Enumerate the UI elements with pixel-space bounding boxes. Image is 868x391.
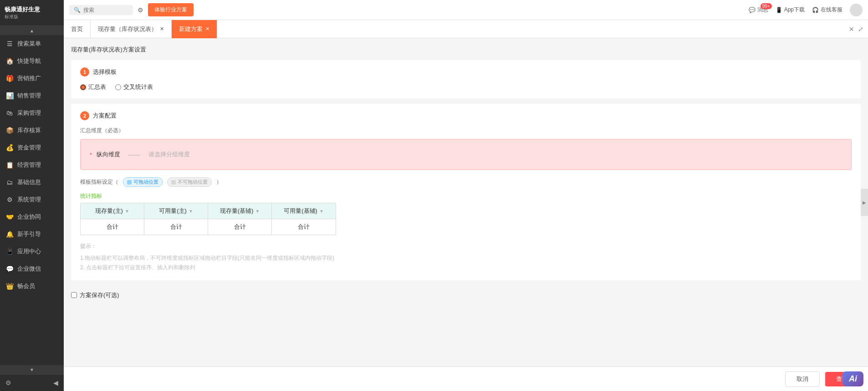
search-input[interactable] [83, 7, 120, 13]
sidebar-item-label: 企业协同 [17, 213, 41, 221]
draggable-dot [127, 180, 132, 185]
save-option: 方案保存(可选) [71, 286, 861, 305]
app-download-button[interactable]: 📱 App下载 [776, 6, 805, 14]
sidebar-item-new-guide[interactable]: 🔔 新手引导 [0, 226, 64, 243]
sidebar-item-system[interactable]: ⚙ 系统管理 [0, 191, 64, 208]
sidebar-item-app-center[interactable]: 📱 应用中心 [0, 243, 64, 260]
sidebar-scroll-down[interactable]: ▼ [0, 365, 64, 374]
ai-badge[interactable]: Ai [842, 371, 863, 386]
stats-cell-0: 合计 [81, 219, 144, 235]
chevron-down-icon-2[interactable]: ▼ [255, 209, 260, 214]
stats-body-col-1: 合计 [144, 219, 208, 235]
collapse-icon[interactable]: ◀ [53, 379, 58, 386]
dimension-config-label: 汇总维度（必选） [80, 127, 852, 134]
chevron-down-icon-1[interactable]: ▼ [189, 209, 193, 214]
radio-summary-input[interactable] [80, 84, 86, 90]
draggable-label: 可拖动位置 [133, 179, 158, 185]
save-checkbox[interactable] [71, 292, 77, 298]
sidebar-item-search-menu[interactable]: ☰ 搜索菜单 [0, 35, 64, 52]
right-panel-toggle[interactable]: ▶ [861, 189, 868, 216]
radio-summary[interactable]: 汇总表 [80, 83, 106, 91]
tab-new-plan-label: 新建方案 [179, 25, 203, 33]
dimension-box: * 纵向维度 —— 请选择分组维度 [80, 139, 852, 170]
online-service-button[interactable]: 🎧 在线客服 [812, 6, 842, 14]
col-header-label-3: 可用量(基辅) [284, 207, 317, 215]
settings-icon[interactable]: ⚙ [5, 379, 11, 386]
step1-title: 选择模板 [93, 68, 117, 76]
user-avatar[interactable] [850, 4, 863, 16]
stats-cell-2: 合计 [208, 219, 271, 235]
stats-body-col-0: 合计 [81, 219, 144, 235]
step2-label: 2 方案配置 [80, 111, 852, 120]
gear-icon: ⚙ [5, 196, 14, 203]
chevron-down-icon-3[interactable]: ▼ [319, 209, 324, 214]
sidebar-scroll-up[interactable]: ▲ [0, 26, 64, 35]
tab-area-icons: ✕ ⤢ [849, 26, 868, 33]
col-header-label-2: 现存量(基辅) [220, 207, 254, 215]
sidebar-item-label: 企业微信 [17, 265, 41, 273]
stats-col-header-0: 现存量(主) ▼ [81, 203, 144, 219]
clipboard-icon: 📋 [5, 161, 14, 169]
sidebar-item-basic-info[interactable]: 🗂 基础信息 [0, 174, 64, 191]
sidebar-item-label: 新手引导 [17, 230, 41, 238]
tab-inventory-status[interactable]: 现存量（库存状况表） ✕ [91, 20, 172, 38]
topbar-right: 💬 消息 99+ 📱 App下载 🎧 在线客服 [749, 4, 863, 16]
tab-new-plan[interactable]: 新建方案 ✕ [172, 20, 217, 38]
bag-icon: 🛍 [5, 109, 14, 117]
chevron-down-icon-0[interactable]: ▼ [125, 209, 129, 214]
message-badge: 99+ [761, 3, 772, 9]
cancel-button[interactable]: 取消 [785, 371, 820, 387]
message-button[interactable]: 💬 消息 99+ [749, 6, 768, 14]
col-header-label-0: 现存量(主) [95, 207, 123, 215]
app-logo: 畅康通好生意 标准版 [0, 0, 64, 26]
mobile-icon: 📱 [5, 248, 14, 255]
non-draggable-dot [171, 180, 176, 185]
main-area: 🔍 ⚙ 体验行业方案 💬 消息 99+ 📱 App下载 🎧 在线客服 首页 [64, 0, 868, 391]
message-icon: 💬 [749, 7, 756, 13]
save-option-label: 方案保存(可选) [80, 291, 119, 299]
tips-header: 提示： [80, 242, 852, 252]
sidebar-item-quick-nav[interactable]: 🏠 快捷导航 [0, 52, 64, 70]
topbar-gear-icon[interactable]: ⚙ [138, 6, 143, 14]
content-area: 现存量(库存状况表)方案设置 1 选择模板 汇总表 交叉统计表 2 [64, 38, 868, 366]
step1-section: 1 选择模板 汇总表 交叉统计表 [71, 60, 861, 98]
sidebar-item-inventory[interactable]: 📦 库存核算 [0, 122, 64, 139]
sidebar-item-finance[interactable]: 💰 资金管理 [0, 139, 64, 156]
stats-table: 现存量(主) ▼ 可用量(主) ▼ 现存量(基辅) ▼ [80, 203, 336, 235]
sidebar-footer: ⚙ ◀ [0, 374, 64, 391]
tip-line-2: 2. 点击标题栏下拉可设置排序、插入列和删除列 [80, 263, 852, 273]
sidebar-item-operations[interactable]: 📋 经营管理 [0, 156, 64, 174]
radio-cross[interactable]: 交叉统计表 [115, 83, 153, 91]
sidebar-item-wechat[interactable]: 💬 企业微信 [0, 260, 64, 278]
tab-new-plan-close[interactable]: ✕ [205, 26, 209, 32]
dimension-placeholder[interactable]: 请选择分组维度 [148, 150, 190, 159]
tab-close-icon[interactable]: ✕ [849, 26, 854, 33]
chat-icon: 💬 [5, 265, 14, 273]
bottom-bar: 取消 查询 [64, 366, 868, 391]
stats-table-body: 合计 合计 合计 合计 [81, 219, 336, 235]
sidebar-item-label: 系统管理 [17, 196, 41, 204]
stats-body-col-2: 合计 [208, 219, 272, 235]
home-icon: 🏠 [5, 57, 14, 65]
trial-button[interactable]: 体验行业方案 [148, 3, 194, 16]
sidebar-item-marketing[interactable]: 🎁 营销推广 [0, 70, 64, 87]
tab-expand-icon[interactable]: ⤢ [858, 26, 863, 33]
sidebar-item-vip[interactable]: 👑 畅会员 [0, 278, 64, 295]
sidebar-item-sales[interactable]: 📊 销售管理 [0, 87, 64, 104]
sidebar-item-label: 库存核算 [17, 126, 41, 134]
step2-section: 2 方案配置 汇总维度（必选） * 纵向维度 —— 请选择分组维度 模板指标设定… [71, 104, 861, 280]
radio-cross-input[interactable] [115, 84, 121, 90]
template-radio-group: 汇总表 交叉统计表 [80, 83, 852, 91]
sidebar-item-label: 搜索菜单 [17, 40, 41, 48]
indicator-label-prefix: 模板指标设定（ [80, 178, 118, 186]
non-draggable-badge: 不可拖动位置 [167, 177, 212, 187]
sidebar-item-cooperation[interactable]: 🤝 企业协同 [0, 208, 64, 226]
sidebar-item-label: 畅会员 [17, 282, 35, 290]
required-star: * [90, 151, 92, 158]
tab-inventory-close[interactable]: ✕ [160, 26, 164, 32]
sidebar-item-label: 基础信息 [17, 178, 41, 186]
search-menu-icon: ☰ [5, 40, 14, 47]
sidebar-item-purchase[interactable]: 🛍 采购管理 [0, 104, 64, 122]
tab-home[interactable]: 首页 [64, 20, 91, 38]
search-box[interactable]: 🔍 [69, 5, 133, 15]
